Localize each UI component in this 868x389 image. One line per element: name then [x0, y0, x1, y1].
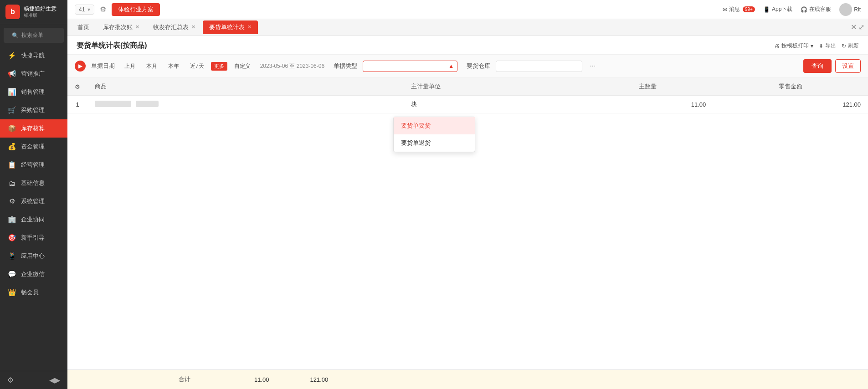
online-service-action[interactable]: 🎧 在线客服: [801, 5, 831, 13]
date-btn-this-month[interactable]: 本月: [142, 61, 161, 72]
tab-close-all-icon[interactable]: ✕: [851, 23, 857, 31]
date-btn-last-month[interactable]: 上月: [120, 61, 139, 72]
date-btn-this-year[interactable]: 本年: [164, 61, 183, 72]
filter-expand-button[interactable]: ▶: [75, 61, 86, 72]
total-label: 合计: [179, 375, 190, 384]
table-row: 1 块 11.00 121.00: [67, 96, 868, 113]
sidebar-item-quick-nav[interactable]: ⚡ 快捷导航: [0, 46, 67, 65]
print-label: 按模板打印: [781, 42, 809, 50]
sidebar-item-app-center[interactable]: 📱 应用中心: [0, 247, 67, 265]
filter-bar-right: 查询 设置: [803, 59, 861, 73]
tab-order-stats[interactable]: 要货单统计表 ✕: [203, 20, 258, 34]
col-qty: 主数量: [582, 78, 713, 96]
message-label: 消息: [729, 5, 740, 13]
main-content: 41 ▾ ⚙ 体验行业方案 ✉ 消息 99+ 📱 App下载 🎧 在线客服 R: [67, 0, 868, 389]
sidebar-item-finance[interactable]: 💰 资金管理: [0, 138, 67, 156]
app-download-action[interactable]: 📱 App下载: [763, 5, 792, 13]
col-amount: 零售金额: [713, 78, 868, 96]
sidebar-item-label: 采购管理: [21, 106, 45, 114]
online-service-label: 在线客服: [809, 5, 831, 13]
page-actions: 🖨 按模板打印 ▾ ⬇ 导出 ↻ 刷新: [774, 42, 859, 50]
app-title: 畅捷通好生意: [24, 5, 56, 13]
date-more-button[interactable]: 更多: [211, 62, 227, 71]
print-template-btn[interactable]: 🖨 按模板打印 ▾: [774, 42, 813, 50]
tab-inventory-batch-close[interactable]: ✕: [135, 24, 139, 30]
sidebar-item-label: 资金管理: [21, 143, 45, 151]
trial-button[interactable]: 体验行业方案: [112, 3, 160, 16]
query-button[interactable]: 查询: [803, 59, 832, 73]
sidebar-item-enterprise[interactable]: 🏢 企业协同: [0, 210, 67, 229]
message-badge: 99+: [743, 6, 755, 12]
export-btn[interactable]: ⬇ 导出: [819, 42, 836, 50]
purchase-icon: 🛒: [7, 106, 16, 114]
data-table: ⚙ 商品 主计量单位 主数量 零售金额 1 块: [67, 78, 868, 113]
refresh-label: 刷新: [848, 42, 859, 50]
tab-receive-summary[interactable]: 收发存汇总表 ✕: [147, 20, 202, 34]
tab-expand-icon[interactable]: ⤢: [858, 23, 864, 31]
sidebar-item-label: 系统管理: [21, 197, 45, 205]
sidebar-search[interactable]: 🔍 搜索菜单: [4, 28, 64, 43]
sidebar-item-operation[interactable]: 📋 经营管理: [0, 156, 67, 174]
app-download-label: App下载: [772, 5, 792, 13]
tab-receive-summary-close[interactable]: ✕: [191, 24, 195, 30]
store-selector[interactable]: 41 ▾: [75, 5, 94, 15]
sidebar-nav: ⚡ 快捷导航 📢 营销推广 📊 销售管理 🛒 采购管理 📦 库存核算 💰 资金管…: [0, 46, 67, 371]
app-logo-text: 畅捷通好生意 标准版: [24, 5, 56, 19]
user-info[interactable]: Rit: [839, 3, 861, 16]
page-title: 要货单统计表(按商品): [77, 41, 147, 51]
marketing-icon: 📢: [7, 70, 16, 78]
user-avatar: [839, 3, 852, 16]
sidebar-item-label: 应用中心: [21, 252, 45, 260]
sidebar-bottom: ⚙ ◀▶: [0, 371, 67, 389]
sidebar-item-member[interactable]: 👑 畅会员: [0, 283, 67, 302]
col-settings[interactable]: ⚙: [67, 78, 87, 96]
app-subtitle: 标准版: [24, 12, 56, 18]
sidebar-item-label: 基础信息: [21, 179, 45, 187]
tab-order-stats-close[interactable]: ✕: [247, 24, 252, 30]
tab-home[interactable]: 首页: [71, 20, 96, 34]
settings-bottom-icon[interactable]: ⚙: [7, 376, 14, 384]
headset-icon: 🎧: [801, 6, 807, 13]
sidebar-item-label: 畅会员: [21, 288, 39, 297]
type-select-input[interactable]: [363, 61, 457, 72]
product-placeholder-1: [95, 101, 131, 107]
filter-bar: ▶ 单据日期 上月 本月 本年 近7天 更多 自定义 2023-05-06 至 …: [67, 55, 868, 78]
date-btn-7days[interactable]: 近7天: [186, 61, 208, 72]
sidebar-item-guide[interactable]: 🎯 新手引导: [0, 229, 67, 247]
type-label: 单据类型: [334, 62, 357, 70]
operation-icon: 📋: [7, 161, 16, 169]
sidebar-item-purchase[interactable]: 🛒 采购管理: [0, 101, 67, 119]
sidebar-item-wechat[interactable]: 💬 企业微信: [0, 265, 67, 283]
message-action[interactable]: ✉ 消息 99+: [723, 5, 755, 13]
sidebar-item-label: 经营管理: [21, 161, 45, 169]
header-settings-icon[interactable]: ⚙: [100, 5, 106, 14]
warehouse-more-icon[interactable]: ···: [590, 62, 596, 70]
sidebar-item-label: 企业微信: [21, 270, 45, 278]
search-label: 搜索菜单: [21, 31, 43, 39]
warehouse-input[interactable]: [496, 61, 582, 72]
sidebar-item-marketing[interactable]: 📢 营销推广: [0, 65, 67, 83]
sidebar-item-basic[interactable]: 🗂 基础信息: [0, 174, 67, 192]
warehouse-label: 要货仓库: [467, 62, 490, 70]
dropdown-item-label: 要货单要货: [401, 122, 431, 129]
sidebar-item-sales[interactable]: 📊 销售管理: [0, 83, 67, 101]
header-left: 41 ▾ ⚙ 体验行业方案: [75, 3, 160, 16]
inventory-icon: 📦: [7, 124, 16, 133]
type-dropdown-popup: 要货单要货 要货单退货: [393, 117, 475, 152]
product-placeholder-2: [136, 101, 159, 107]
total-amount: 121.00: [310, 376, 329, 383]
collapse-icon[interactable]: ◀▶: [49, 376, 60, 384]
sidebar-item-inventory[interactable]: 📦 库存核算: [0, 119, 67, 138]
refresh-btn[interactable]: ↻ 刷新: [842, 42, 859, 50]
enterprise-icon: 🏢: [7, 215, 16, 224]
date-btn-custom[interactable]: 自定义: [230, 61, 255, 72]
tab-receive-summary-label: 收发存汇总表: [153, 23, 189, 31]
row-unit: 块: [404, 96, 582, 113]
settings-button[interactable]: 设置: [835, 59, 861, 73]
tab-inventory-batch[interactable]: 库存批次账 ✕: [97, 20, 146, 34]
sidebar-item-system[interactable]: ⚙ 系统管理: [0, 192, 67, 210]
dropdown-item-order-request[interactable]: 要货单要货: [394, 117, 475, 134]
tab-order-stats-label: 要货单统计表: [209, 23, 245, 31]
type-select-container: ▲: [363, 61, 457, 72]
dropdown-item-order-return[interactable]: 要货单退货: [394, 134, 475, 152]
